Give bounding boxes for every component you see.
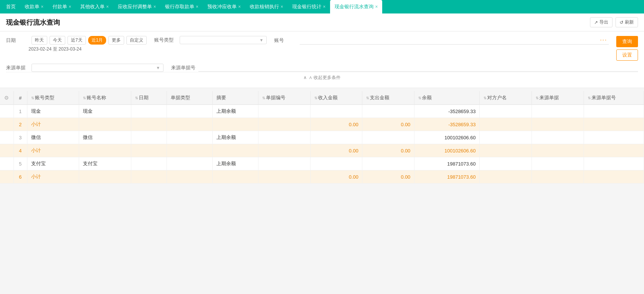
close-icon[interactable]: ×	[106, 4, 109, 9]
chevron-down-icon: ▼	[259, 38, 263, 42]
row-account-name	[79, 144, 131, 157]
row-counterparty	[480, 170, 532, 184]
date-filter-group: 日期 昨天 今天 近7天 近1月 更多 自定义 2023-02-24 至 202…	[6, 36, 147, 52]
row-income	[310, 157, 362, 170]
top-nav: 首页 收款单 × 付款单 × 其他收入单 × 应收应付调整单 × 银行存取款单 …	[0, 0, 644, 13]
column-gear: ⚙	[0, 91, 14, 105]
gear-icon[interactable]: ⚙	[4, 95, 9, 101]
row-account-name: 支付宝	[79, 157, 131, 170]
column-income[interactable]: ⇅收入金额	[310, 91, 362, 105]
row-source-doc	[531, 144, 584, 157]
row-source-doc-no	[584, 118, 644, 131]
column-balance[interactable]: ⇅余额	[414, 91, 480, 105]
nav-adjust[interactable]: 应收应付调整单 ×	[113, 0, 161, 13]
nav-payment[interactable]: 付款单 ×	[48, 0, 76, 13]
source-doc-label: 来源单据	[6, 64, 29, 71]
row-account-name: 微信	[79, 131, 131, 144]
column-expense[interactable]: ⇅支出金额	[362, 91, 414, 105]
row-number: 3	[14, 131, 27, 144]
date-custom[interactable]: 自定义	[126, 36, 147, 45]
date-today[interactable]: 今天	[50, 36, 65, 45]
close-icon[interactable]: ×	[375, 4, 378, 9]
close-icon[interactable]: ×	[196, 4, 198, 9]
row-summary: 上期余额	[213, 157, 258, 170]
source-doc-no-input[interactable]	[198, 64, 638, 72]
account-input-box[interactable]: ···	[300, 36, 609, 45]
row-doc-no	[258, 170, 311, 184]
column-source-doc[interactable]: ⇅来源单据	[531, 91, 584, 105]
row-expense: 0.00	[362, 144, 414, 157]
account-ellipsis-button[interactable]: ···	[600, 37, 607, 43]
refresh-button[interactable]: ↺ 刷新	[615, 17, 638, 27]
nav-receipt[interactable]: 收款单 ×	[20, 0, 48, 13]
column-account-type[interactable]: ⇅账号类型	[27, 91, 79, 105]
column-num: #	[14, 91, 27, 105]
close-icon[interactable]: ×	[69, 4, 71, 9]
row-income: 0.00	[310, 144, 362, 157]
row-number: 5	[14, 157, 27, 170]
close-icon[interactable]: ×	[41, 4, 44, 9]
row-account-type: 小计	[27, 170, 79, 184]
collapse-icon: ∧	[303, 75, 307, 80]
row-balance: -3528659.33	[414, 105, 480, 118]
row-doc-type	[167, 105, 213, 118]
row-account-name	[79, 170, 131, 184]
row-gear	[0, 105, 14, 118]
row-number: 6	[14, 170, 27, 184]
row-source-doc-no	[584, 170, 644, 184]
row-doc-no	[258, 118, 311, 131]
close-icon[interactable]: ×	[281, 4, 283, 9]
collapse-label: ∧ 收起更多条件	[309, 75, 341, 80]
account-label: 账号	[274, 37, 297, 44]
row-source-doc	[531, 170, 584, 184]
date-yesterday[interactable]: 昨天	[32, 36, 47, 45]
nav-bank-deposit[interactable]: 银行存取款单 ×	[161, 0, 203, 13]
page-title: 现金银行流水查询	[6, 18, 60, 27]
row-counterparty	[480, 131, 532, 144]
refresh-icon: ↺	[620, 20, 623, 25]
column-account-name[interactable]: ⇅账号名称	[79, 91, 131, 105]
date-1month[interactable]: 近1月	[88, 36, 107, 45]
nav-cash-flow[interactable]: 现金银行流水查询 ×	[330, 0, 382, 13]
collapse-bar[interactable]: ∧ ∧ 收起更多条件	[6, 72, 638, 83]
close-icon[interactable]: ×	[238, 4, 241, 9]
table-body: 1现金现金上期余额-3528659.332小计0.000.00-3528659.…	[0, 105, 644, 184]
close-icon[interactable]: ×	[153, 4, 156, 9]
date-more[interactable]: 更多	[108, 36, 124, 45]
row-source-doc	[531, 131, 584, 144]
date-range: 2023-02-24 至 2023-03-24	[29, 46, 81, 52]
row-date	[131, 157, 167, 170]
row-date	[131, 170, 167, 184]
row-expense: 0.00	[362, 118, 414, 131]
nav-settlement[interactable]: 收款核销执行 ×	[245, 0, 288, 13]
row-income	[310, 131, 362, 144]
source-doc-select[interactable]: ▼	[32, 64, 164, 72]
row-doc-type	[167, 131, 213, 144]
row-income	[310, 105, 362, 118]
row-doc-no	[258, 105, 311, 118]
row-income: 0.00	[310, 118, 362, 131]
row-account-type: 现金	[27, 105, 79, 118]
row-expense: 0.00	[362, 170, 414, 184]
nav-home[interactable]: 首页	[2, 0, 20, 13]
close-icon[interactable]: ×	[323, 4, 326, 9]
export-button[interactable]: ↗ 导出	[590, 17, 612, 27]
row-balance: 100102606.60	[414, 144, 480, 157]
nav-cash-stats[interactable]: 现金银行统计 ×	[288, 0, 330, 13]
date-7days[interactable]: 近7天	[68, 36, 86, 45]
table-row: 5支付宝支付宝上期余额19871073.60	[0, 157, 644, 170]
column-source-doc-no[interactable]: ⇅来源单据号	[584, 91, 644, 105]
column-date[interactable]: ⇅日期	[131, 91, 167, 105]
row-number: 1	[14, 105, 27, 118]
nav-prepay[interactable]: 预收冲应收单 ×	[203, 0, 245, 13]
search-button[interactable]: 查询	[616, 36, 638, 47]
source-doc-no-field[interactable]	[200, 65, 636, 70]
right-buttons: 查询 设置	[616, 36, 638, 61]
source-doc-no-filter: 来源单据号	[171, 64, 638, 72]
column-counterparty[interactable]: ⇅对方户名	[480, 91, 532, 105]
account-type-select[interactable]: ▼	[180, 36, 267, 44]
row-account-type: 小计	[27, 118, 79, 131]
column-doc-no[interactable]: ⇅单据编号	[258, 91, 311, 105]
nav-other-income[interactable]: 其他收入单 ×	[76, 0, 113, 13]
setting-button[interactable]: 设置	[616, 49, 638, 61]
